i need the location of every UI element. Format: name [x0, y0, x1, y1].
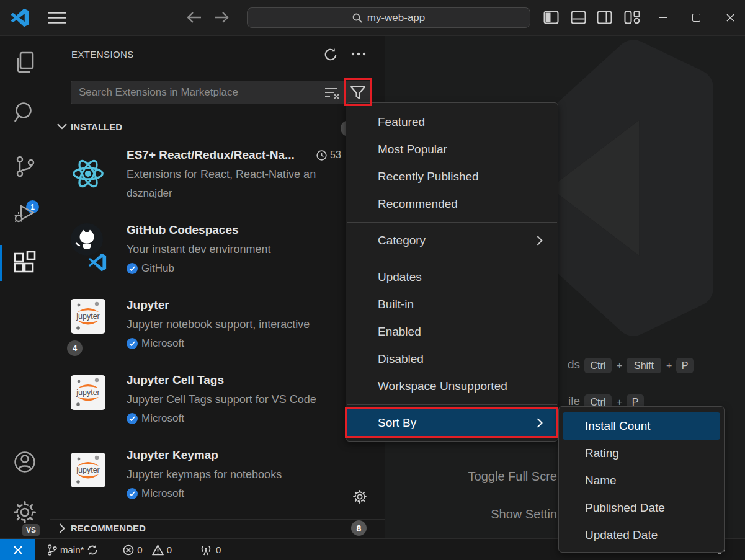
menu-item-most-popular[interactable]: Most Popular [346, 136, 558, 163]
forward-icon[interactable] [213, 11, 230, 24]
jupyter-icon: jupyter [70, 452, 106, 488]
extension-row[interactable]: jupyter 4 Jupyter Jupyter notebook suppo… [50, 292, 385, 367]
extension-publisher: Microsoft [127, 412, 184, 425]
menu-item-label: Updates [378, 270, 422, 284]
shortcut-label-fragment: ds [555, 358, 580, 371]
problems-status[interactable]: 0 0 [123, 544, 172, 556]
manage-gear-icon[interactable] [352, 489, 367, 504]
active-view-indicator [0, 245, 2, 281]
clear-search-icon[interactable] [324, 87, 341, 99]
refresh-icon[interactable] [324, 48, 337, 61]
extension-publisher: GitHub [127, 262, 174, 275]
remote-icon [11, 544, 25, 556]
branch-icon [47, 544, 57, 556]
svg-text:jupyter: jupyter [76, 388, 100, 397]
section-installed[interactable]: INSTALLED [71, 122, 122, 132]
submenu-item-rating[interactable]: Rating [559, 440, 724, 467]
chevron-right-icon[interactable] [59, 523, 65, 533]
sort-by-submenu: Install Count Rating Name Published Date… [558, 406, 725, 553]
explorer-icon[interactable] [12, 50, 37, 75]
ports-status[interactable]: 0 [199, 544, 221, 556]
jupyter-icon: jupyter [70, 298, 106, 334]
search-view-icon[interactable] [12, 100, 37, 125]
section-divider [50, 519, 385, 520]
menu-item-updates[interactable]: Updates [346, 264, 558, 291]
extension-row[interactable]: jupyter Jupyter Keymap Jupyter keymaps f… [50, 442, 385, 517]
command-center-search[interactable]: my-web-app [247, 7, 530, 28]
close-icon [726, 14, 734, 22]
verified-icon [127, 263, 138, 274]
menu-item-workspace-unsupported[interactable]: Workspace Unsupported [346, 373, 558, 400]
menu-separator [347, 222, 557, 223]
extension-row[interactable]: ES7+ React/Redux/React-Na... 53 Extensio… [50, 142, 385, 217]
jupyter-icon: jupyter [70, 375, 106, 411]
section-recommended[interactable]: RECOMMENDED [71, 523, 146, 533]
extension-description: Extensions for React, React-Native an [127, 168, 316, 181]
annotation-filter-box [344, 78, 372, 106]
menu-icon[interactable] [47, 11, 66, 24]
menu-item-enabled[interactable]: Enabled [346, 318, 558, 345]
menu-item-label: Category [378, 234, 426, 247]
publisher-name: GitHub [141, 262, 174, 275]
settings-badge: VS [22, 524, 40, 536]
plus-sign: + [666, 360, 672, 371]
extension-count-badge: 4 [67, 340, 83, 356]
menu-item-label: Name [585, 474, 617, 487]
menu-item-featured[interactable]: Featured [346, 109, 558, 136]
branch-name: main* [60, 544, 84, 555]
publisher-name: Microsoft [141, 412, 184, 425]
extension-description: Your instant dev environment [127, 243, 270, 256]
menu-item-label: Updated Date [585, 528, 658, 542]
layout-sidebar-icon[interactable] [543, 11, 559, 24]
more-actions-icon[interactable] [351, 51, 366, 56]
submenu-item-name[interactable]: Name [559, 467, 724, 494]
account-icon[interactable] [12, 450, 37, 474]
submenu-item-install-count[interactable]: Install Count [559, 412, 724, 440]
layout-panel-icon[interactable] [571, 11, 586, 24]
menu-item-recently-published[interactable]: Recently Published [346, 163, 558, 190]
error-icon [123, 544, 134, 556]
menu-separator [347, 259, 557, 259]
chevron-down-icon[interactable] [57, 123, 67, 130]
menu-item-built-in[interactable]: Built-in [346, 291, 558, 318]
remote-indicator[interactable] [0, 539, 35, 560]
extension-publisher: Microsoft [127, 487, 184, 500]
key-p: P [676, 358, 694, 373]
extension-row[interactable]: GitHub Codespaces Your instant dev envir… [50, 217, 385, 292]
extension-publisher: Microsoft [127, 337, 184, 350]
plus-sign: + [617, 360, 622, 371]
close-button[interactable] [720, 8, 741, 27]
verified-icon [127, 338, 138, 349]
extension-row[interactable]: jupyter Jupyter Cell Tags Jupyter Cell T… [50, 367, 385, 442]
menu-item-label: Published Date [585, 501, 665, 515]
back-icon[interactable] [186, 11, 202, 24]
extensions-sidebar: EXTENSIONS Search Extensions in Marketpl… [50, 35, 385, 538]
customize-layout-icon[interactable] [624, 11, 640, 24]
submenu-item-published-date[interactable]: Published Date [559, 494, 724, 522]
source-control-icon[interactable] [12, 154, 37, 179]
extensions-icon[interactable] [12, 250, 37, 275]
menu-item-disabled[interactable]: Disabled [346, 345, 558, 373]
extension-name: Jupyter Keymap [127, 448, 218, 462]
menu-item-label: Built-in [378, 298, 414, 311]
menu-item-category[interactable]: Category [346, 227, 558, 254]
layout-sidebar-right-icon[interactable] [597, 11, 612, 24]
debug-icon[interactable] [12, 201, 37, 226]
publisher-name: Microsoft [141, 487, 184, 500]
search-value: my-web-app [367, 12, 426, 24]
activity-bar: 1 VS [0, 35, 50, 538]
annotation-sortby-box [345, 407, 558, 438]
menu-item-recommended[interactable]: Recommended [346, 190, 558, 218]
vscode-window: ds Ctrl + Shift + P ile Ctrl + P Toggle … [0, 0, 745, 560]
branch-status[interactable]: main* [47, 544, 98, 556]
menu-separator [347, 404, 557, 405]
sidebar-title: EXTENSIONS [71, 49, 134, 60]
maximize-button[interactable] [685, 8, 707, 27]
submenu-item-updated-date[interactable]: Updated Date [559, 522, 724, 549]
ports-icon [199, 544, 213, 556]
minimize-button[interactable] [653, 8, 674, 27]
submenu-arrow-icon [537, 236, 543, 246]
vscode-logo-icon [11, 9, 29, 27]
settings-gear-icon[interactable] [12, 500, 37, 525]
extension-name: GitHub Codespaces [127, 223, 239, 237]
